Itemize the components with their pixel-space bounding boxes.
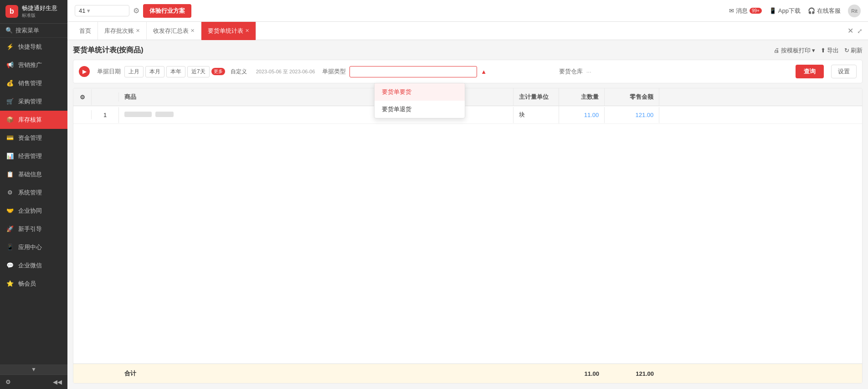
basic-info-icon: 📋 xyxy=(5,170,15,179)
footer-label: 合计 xyxy=(119,368,514,379)
date-btn-recent7[interactable]: 近7天 xyxy=(187,66,210,77)
headset-icon: 🎧 xyxy=(808,7,815,14)
sidebar-item-label: 销售管理 xyxy=(18,79,42,87)
print-template-btn[interactable]: 🖨 按模板打印 ▾ xyxy=(774,46,815,55)
export-btn[interactable]: ⬆ 导出 xyxy=(821,46,839,55)
sidebar-item-wechat[interactable]: 💬 企业微信 xyxy=(0,256,67,275)
notification-group[interactable]: ✉ 消息 99+ xyxy=(729,7,762,15)
app-download-group[interactable]: 📱 App下载 xyxy=(769,7,801,15)
row-qty-link[interactable]: 11.00 xyxy=(584,112,599,118)
tab-close-all-icon[interactable]: ✕ xyxy=(847,26,853,35)
sidebar-item-member[interactable]: ⭐ 畅会员 xyxy=(0,275,67,293)
refresh-label: 刷新 xyxy=(851,46,863,55)
system-icon: ⚙ xyxy=(5,188,15,197)
app-center-icon: 📱 xyxy=(5,243,15,252)
row-unit: 块 xyxy=(514,106,559,123)
user-avatar-group[interactable]: Rit xyxy=(848,5,861,17)
store-dropdown-icon: ▾ xyxy=(87,7,90,14)
footer-amount: 121.00 xyxy=(605,369,659,379)
col-qty-header: 主数量 xyxy=(559,88,605,106)
sidebar-nav: ⚡ 快捷导航 📢 营销推广 💰 销售管理 🛒 采购管理 📦 库存核算 💳 资金管… xyxy=(0,38,67,364)
online-service-group[interactable]: 🎧 在线客服 xyxy=(808,7,841,15)
sidebar-item-marketing[interactable]: 📢 营销推广 xyxy=(0,56,67,74)
footer-no xyxy=(92,372,119,375)
topbar-right: ✉ 消息 99+ 📱 App下载 🎧 在线客服 Rit xyxy=(729,5,861,17)
tab-controls: ✕ ⤢ xyxy=(847,26,863,35)
mobile-icon: 📱 xyxy=(769,7,776,14)
sidebar-item-app-center[interactable]: 📱 应用中心 xyxy=(0,238,67,256)
sidebar-item-finance[interactable]: 💳 资金管理 xyxy=(0,129,67,147)
app-download-label: App下载 xyxy=(778,7,801,15)
sidebar-item-label: 新手引导 xyxy=(18,225,42,233)
col-settings-header[interactable]: ⚙ xyxy=(73,89,92,105)
tab-home[interactable]: 首页 xyxy=(73,22,98,40)
filter-type-input[interactable] xyxy=(349,66,477,77)
row-amount-link[interactable]: 121.00 xyxy=(636,112,654,118)
date-btn-this[interactable]: 本月 xyxy=(145,66,164,77)
tab-recv-summary[interactable]: 收发存汇总表 ✕ xyxy=(147,22,201,40)
tab-inventory-batch-close[interactable]: ✕ xyxy=(136,28,140,34)
tab-home-label: 首页 xyxy=(79,27,91,35)
sidebar-item-coop[interactable]: 🤝 企业协同 xyxy=(0,202,67,220)
refresh-btn[interactable]: ↻ 刷新 xyxy=(844,46,863,55)
sidebar-item-basic-info[interactable]: 📋 基础信息 xyxy=(0,165,67,184)
sidebar-item-system[interactable]: ⚙ 系统管理 xyxy=(0,184,67,202)
tab-order-summary-close[interactable]: ✕ xyxy=(245,28,249,34)
tab-order-summary[interactable]: 要货单统计表 ✕ xyxy=(201,22,256,40)
sidebar-item-label: 应用中心 xyxy=(18,243,42,251)
tab-maximize-icon[interactable]: ⤢ xyxy=(857,27,863,35)
filter-type-dropdown-icon[interactable]: ▲ xyxy=(481,68,487,75)
trial-industry-btn[interactable]: 体验行业方案 xyxy=(143,4,191,18)
coop-icon: 🤝 xyxy=(5,206,15,215)
row-settings xyxy=(73,110,92,119)
quick-nav-icon: ⚡ xyxy=(5,42,15,51)
sidebar-item-label: 畅会员 xyxy=(18,280,36,288)
filter-expand-btn[interactable]: ▶ xyxy=(79,66,90,77)
sidebar-item-inventory[interactable]: 📦 库存核算 xyxy=(0,111,67,129)
date-more-badge[interactable]: 更多 xyxy=(211,68,225,75)
filter-warehouse-more[interactable]: ··· xyxy=(586,68,591,75)
app-name: 畅捷通好生意 xyxy=(22,5,57,12)
sidebar-item-label: 资金管理 xyxy=(18,134,42,142)
print-template-label: 按模板打印 xyxy=(781,46,811,55)
filter-warehouse-group: 要货仓库 ··· xyxy=(559,67,788,76)
setting-button[interactable]: 设置 xyxy=(831,65,857,78)
col-amount-header: 零售金额 xyxy=(605,88,659,106)
table-body: 1 块 11.00 121.00 xyxy=(73,106,862,363)
date-custom-btn[interactable]: 自定义 xyxy=(227,67,251,77)
date-btn-year[interactable]: 本年 xyxy=(166,66,185,77)
sidebar-item-purchase[interactable]: 🛒 采购管理 xyxy=(0,92,67,111)
sales-icon: 💰 xyxy=(5,79,15,88)
sidebar-item-guide[interactable]: 🚀 新手引导 xyxy=(0,220,67,238)
dropdown-item-order-goods[interactable]: 要货单要货 xyxy=(375,83,465,101)
settings-gear-icon[interactable]: ⚙ xyxy=(133,6,139,15)
sidebar-item-operations[interactable]: 📊 经营管理 xyxy=(0,147,67,165)
sidebar-item-label: 企业协同 xyxy=(18,207,42,215)
member-icon: ⭐ xyxy=(5,279,15,288)
sidebar: b 畅捷通好生意 标准版 🔍 搜索菜单 ⚡ 快捷导航 📢 营销推广 💰 销售管理… xyxy=(0,0,67,389)
sidebar-scroll-down[interactable]: ▼ xyxy=(0,364,67,374)
sidebar-item-label: 系统管理 xyxy=(18,189,42,197)
sidebar-search[interactable]: 🔍 搜索菜单 xyxy=(0,24,67,38)
topbar: 41 ▾ ⚙ 体验行业方案 ✉ 消息 99+ 📱 App下载 🎧 在线客服 Ri… xyxy=(67,0,868,22)
sidebar-item-label: 营销推广 xyxy=(18,61,42,69)
tab-recv-summary-close[interactable]: ✕ xyxy=(190,28,195,34)
data-table: ⚙ 商品 主计量单位 主数量 零售金额 1 块 xyxy=(73,88,863,384)
footer-rest xyxy=(659,372,862,375)
store-selector[interactable]: 41 ▾ xyxy=(75,5,129,16)
sidebar-item-label: 基础信息 xyxy=(18,170,42,179)
date-btn-up[interactable]: 上月 xyxy=(124,66,144,77)
page-title: 要货单统计表(按商品) xyxy=(73,46,144,55)
sidebar-item-quick-nav[interactable]: ⚡ 快捷导航 xyxy=(0,38,67,56)
sidebar-collapse-btn[interactable]: ◀◀ xyxy=(53,379,62,385)
query-button[interactable]: 查询 xyxy=(796,65,824,78)
print-dropdown-icon: ▾ xyxy=(812,47,815,54)
tab-inventory-batch[interactable]: 库存批次账 ✕ xyxy=(98,22,147,40)
product-placeholder-1 xyxy=(124,112,152,117)
table-footer: 合计 11.00 121.00 xyxy=(73,363,862,383)
topbar-left: 41 ▾ ⚙ 体验行业方案 xyxy=(75,4,724,18)
settings-icon[interactable]: ⚙ xyxy=(5,379,11,385)
sidebar-item-sales[interactable]: 💰 销售管理 xyxy=(0,74,67,92)
dropdown-item-order-return[interactable]: 要货单退货 xyxy=(375,101,465,118)
refresh-icon: ↻ xyxy=(844,47,849,54)
